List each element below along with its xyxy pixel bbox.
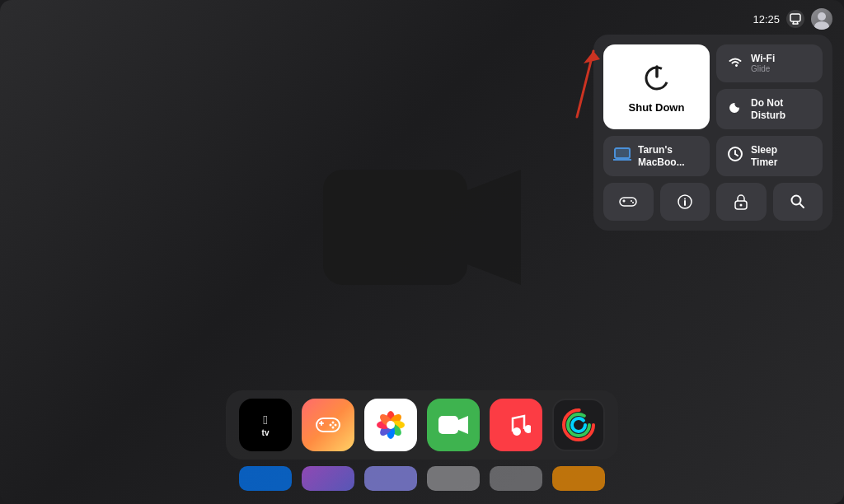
moon-icon (726, 100, 744, 119)
svg-line-17 (735, 154, 738, 156)
svg-rect-0 (790, 14, 800, 21)
cc-icon-row (603, 183, 823, 221)
photos-icon (373, 407, 409, 443)
arcade-icon (313, 410, 343, 440)
sleep-timer-button[interactable]: Sleep Timer (716, 136, 823, 176)
svg-rect-6 (323, 170, 467, 285)
facetime-dock-icon[interactable] (427, 399, 480, 451)
laptop-icon (613, 147, 631, 166)
svg-point-50 (572, 418, 585, 432)
dock-main-row:  tv (226, 390, 618, 460)
status-time: 12:25 (753, 13, 780, 26)
sleep-title2: Timer (751, 156, 777, 168)
svg-point-5 (814, 21, 829, 30)
shutdown-label: Shut Down (629, 101, 685, 114)
power-icon (639, 60, 675, 96)
svg-marker-7 (467, 170, 521, 285)
arcade-dock-icon[interactable] (302, 399, 354, 451)
wifi-icon (726, 55, 744, 72)
dock2-icon-6[interactable] (552, 466, 605, 491)
fitness-icon (560, 406, 598, 444)
airplay-title2: MacBoo... (638, 156, 685, 168)
airplay-button[interactable]: Tarun's MacBoo... (603, 136, 710, 176)
wifi-button[interactable]: Wi-Fi Glide (716, 44, 823, 82)
dock:  tv (0, 390, 844, 491)
info-button[interactable] (660, 183, 710, 221)
cc-bottom-row: Tarun's MacBoo... Sleep Timer (603, 136, 823, 176)
svg-rect-46 (438, 416, 458, 434)
wifi-subtitle: Glide (751, 64, 775, 74)
screen: 12:25 (0, 0, 844, 504)
dock2-icon-1[interactable] (239, 466, 292, 491)
sleep-text: Sleep Timer (751, 144, 777, 168)
cc-main-grid: Shut Down Wi-Fi Glide (603, 44, 823, 129)
svg-point-33 (332, 422, 335, 424)
svg-point-27 (740, 203, 743, 206)
clock-icon (726, 146, 744, 166)
airplay-text: Tarun's MacBoo... (638, 144, 685, 168)
dnd-title: Do Not (751, 97, 785, 109)
arrow-overlay (528, 35, 593, 125)
svg-point-36 (332, 427, 335, 429)
photos-dock-icon[interactable] (364, 399, 417, 451)
svg-marker-47 (458, 416, 468, 434)
dock2-icon-4[interactable] (427, 466, 480, 491)
do-not-disturb-button[interactable]: Do Not Disturb (716, 89, 823, 129)
music-icon (501, 410, 531, 440)
search-button[interactable] (773, 183, 823, 221)
svg-point-22 (632, 202, 634, 203)
dnd-title2: Disturb (751, 110, 785, 121)
svg-point-35 (330, 424, 332, 427)
airplay-title: Tarun's (638, 144, 685, 156)
dock2-icon-5[interactable] (490, 466, 542, 491)
gamepad-button[interactable] (603, 183, 654, 221)
svg-line-29 (799, 203, 804, 208)
appletv-dock-icon[interactable]:  tv (239, 399, 292, 451)
lock-button[interactable] (716, 183, 767, 221)
dock-second-row (239, 466, 605, 491)
avatar (811, 8, 832, 30)
fitness-dock-icon[interactable] (552, 399, 605, 451)
svg-rect-12 (615, 148, 630, 158)
tv-label: tv (262, 428, 270, 437)
svg-point-34 (335, 424, 337, 427)
svg-point-25 (684, 198, 686, 199)
dnd-text: Do Not Disturb (751, 97, 785, 121)
tv-status-icon (786, 10, 804, 28)
svg-point-4 (818, 12, 826, 21)
music-dock-icon[interactable] (490, 399, 542, 451)
svg-point-21 (631, 200, 632, 202)
facetime-large-icon (307, 145, 537, 310)
wifi-text: Wi-Fi Glide (751, 53, 775, 74)
svg-rect-18 (620, 198, 636, 206)
dock2-icon-3[interactable] (364, 466, 417, 491)
shutdown-button[interactable]: Shut Down (603, 44, 710, 129)
svg-point-45 (387, 421, 395, 429)
control-center: Shut Down Wi-Fi Glide (593, 35, 832, 231)
wifi-title: Wi-Fi (751, 53, 775, 64)
facetime-icon-small (437, 413, 470, 437)
cc-right-col: Wi-Fi Glide Do Not Disturb (716, 44, 823, 129)
status-bar: 12:25 (753, 8, 832, 30)
sleep-title: Sleep (751, 144, 777, 156)
apple-logo-icon:  (263, 413, 267, 427)
dock2-icon-2[interactable] (302, 466, 354, 491)
